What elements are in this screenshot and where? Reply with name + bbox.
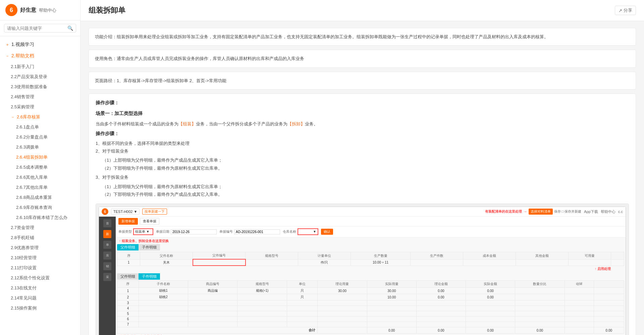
table-row: 2 胡桃2 只 10.00 0.00 [117,294,624,300]
mock-type-input[interactable]: 组装单 ▼ [133,228,153,235]
mock-date-input[interactable] [171,229,217,234]
mock-icon-new[interactable]: 新 [103,230,111,238]
mock-neworder[interactable]: 按单新建一下 [142,209,167,215]
app-logo: 6 [5,4,17,16]
mock-order-input[interactable] [234,229,280,234]
mock-app: 6 TEST-H002 ▼ 按单新建一下 有装配清单的在这里处理 → 选择对料清… [99,207,626,335]
table-row: 6 [117,317,624,322]
search-icon[interactable]: 🔍 [67,25,73,31]
role-block: 使用角色：通常由生产人员或库管人员完成拆装业务的操作，库管人员确认原材料的出库和… [89,50,636,67]
sidebar-item-262[interactable]: 2.6.2分量盘点单 [13,132,80,142]
nav-list: ＋ 1.视频学习 － 2.帮助文档 2.1新手入门 2.2产品安装及登录 2.3… [0,36,80,335]
mock-appstore: App下载 [584,209,598,214]
sidebar-item-215[interactable]: 2.15操作案例 [8,303,80,313]
mock-field-order: 单据编号 [219,229,280,234]
mock-icon-stock[interactable]: 库 [103,252,111,260]
app-title: 好生意 [20,7,36,13]
table-row: 4 [117,306,624,311]
ops-title: 操作步骤： [96,100,629,106]
search-input[interactable] [7,26,67,31]
sidebar-item-27[interactable]: 2.7资金管理 [8,223,80,233]
screenshot-container: 6 TEST-H002 ▼ 按单新建一下 有装配清单的在这里处理 → 选择对料清… [96,204,629,335]
sidebar-item-video[interactable]: ＋ 1.视频学习 [0,39,80,50]
sidebar-item-24[interactable]: 2.4销售管理 [8,92,80,102]
sidebar-item-268[interactable]: 2.6.8商品成本重算 [13,192,80,203]
mock-logo: 6 [102,208,108,215]
mock-section2-lower: 子件明细 [139,273,160,280]
path-block: 页面路径：1、库存核算->库存管理->组装拆卸单 2、首页->常用功能 [89,72,636,90]
intro-text: 功能介绍：组装拆卸单用来处理企业组装或拆卸等加工业务，支持有固定装配清单的产品加… [95,34,548,39]
sidebar-item-263[interactable]: 2.6.3调拨单 [13,142,80,152]
step2-sub1: （1）上部明细为父件明细，最终作为产成品生成其它入库单； [102,156,629,164]
mock-sidebar: 首 新 单 库 销 采 [99,217,116,335]
mock-confirm-btn[interactable]: 确认 [321,229,333,235]
mock-help: 帮助中心 [601,209,615,214]
sidebar-item-28[interactable]: 2.8手机旺铺 [8,233,80,243]
table-row: 3 [117,300,624,306]
annotation2-label: ↑ 组装业务、拆卸业务在这里切换 [119,239,169,243]
role-text: 使用角色：通常由生产人员或库管人员完成拆装业务的操作，库管人员确认原材料的出库和… [95,56,304,61]
mock-icon-sales[interactable]: 销 [103,262,111,270]
intro-block: 功能介绍：组装拆卸单用来处理企业组装或拆卸等加工业务，支持有固定装配清单的产品加… [89,28,636,46]
step3: 3、对于拆装业务 [96,173,629,181]
mock-icon-home[interactable]: 首 [103,219,111,227]
step1: 1、根据不同的业务，选择不同单据的类型来处理 [96,139,629,147]
sidebar-item-213[interactable]: 2.13在线支付 [8,283,80,293]
table-row: 7 [117,322,624,327]
scene1-desc: 当由多个子件材料组装成一个成品的业务为【组装】业务，当由一个父件拆分成多个子产品… [96,120,629,128]
page-title: 组装拆卸单 [89,5,125,15]
sidebar-item-22[interactable]: 2.2产品安装及登录 [8,72,80,82]
sidebar-item-211[interactable]: 2.11打印设置 [8,263,80,273]
sidebar-item-docs[interactable]: － 2.帮助文档 2.1新手入门 2.2产品安装及登录 2.3使用前数据准备 2… [0,50,80,313]
content-area: 功能介绍：组装拆卸单用来处理企业组装或拆卸等加工业务，支持有固定装配清单的产品加… [80,21,644,335]
sidebar-item-2610[interactable]: 2.6.10库存账本错了怎么办 [13,213,80,223]
main-header: 组装拆卸单 ↗ 分享 [80,0,644,21]
mock-topbar: 6 TEST-H002 ▼ 按单新建一下 有装配清单的在这里处理 → 选择对料清… [99,207,626,217]
sidebar-item-210[interactable]: 2.10经营管理 [8,253,80,263]
mock-icon-purchase[interactable]: 采 [103,273,111,281]
table-row: 1 关木 件/只 10.00 ÷ 11 [117,259,624,266]
mock-tab-new[interactable]: 新增单据 [118,218,138,225]
mock-icon-order[interactable]: 单 [103,241,111,249]
sidebar-item-265[interactable]: 2.6.5成本调整单 [13,162,80,172]
sidebar-item-29[interactable]: 2.9优惠券管理 [8,243,80,253]
annotation3-label: ↑ 启用处理 [117,267,611,271]
sidebar-item-261[interactable]: 2.6.1盘点单 [13,122,80,132]
sidebar-item-25[interactable]: 2.5采购管理 [8,102,80,112]
mock-field-warehouse: 仓库名称 ▼ [283,228,318,235]
sidebar-item-26[interactable]: － 2.6库存核算 [8,112,80,122]
mock-form-row: 单据类型 组装单 ▼ 单据日期 单据编号 [116,226,626,237]
table-row: 5 [117,311,624,317]
table-row: 1 胡桃1 商品编 规格(÷1) 只 30.00 30.00 0 [117,288,624,294]
sidebar-item-264[interactable]: 2.6.4组装拆卸单 [13,152,80,162]
app-subtitle: 帮助中心 [39,8,56,13]
sidebar-item-23[interactable]: 2.3使用前数据准备 [8,82,80,92]
step3-sub1: （1）上部明细为父件明细，最终作为原材料生成其它出库单； [102,183,629,190]
sidebar-item-214[interactable]: 2.14常见问题 [8,293,80,303]
table-footer: 合计 0.00 0.00 0.00 0.00 0.00 [117,327,624,334]
scene1-title: 场景一：加工类型选择 [96,111,629,117]
search-area: 🔍 [0,20,80,36]
mock-warehouse-input[interactable]: ▼ [298,228,318,235]
mock-tab-view[interactable]: 查看单据 [140,218,159,225]
annotation1-label: 有装配清单的在这里处理 [485,209,522,214]
logo-area: 6 好生意 帮助中心 [0,0,80,20]
share-button[interactable]: ↗ 分享 [615,6,636,15]
mock-select-btn[interactable]: 选择对料清单 [529,209,553,215]
search-box[interactable]: 🔍 [4,24,76,33]
mock-upper-table: 序 父件名称 父件编号 规格型号 计量单位 生产数量 生产件数 [117,252,624,266]
sidebar-item-266[interactable]: 2.6.6其他入库单 [13,172,80,182]
sidebar-item-269[interactable]: 2.6.9库存账本查询 [13,203,80,213]
sidebar-item-21[interactable]: 2.1新手入门 [8,62,80,72]
sidebar-item-267[interactable]: 2.6.7其他出库单 [13,182,80,192]
share-icon: ↗ [619,8,622,13]
step2: 2、对于组装业务 [96,147,629,155]
mock-field-type: 单据类型 组装单 ▼ [118,228,153,235]
sidebar-item-212[interactable]: 2.12系统个性化设置 [8,273,80,283]
step2-sub2: （2）下部明细为子件明细，最终作为原材料生成其它出库单。 [102,164,629,172]
step-ops-title: 操作步骤： [96,131,629,137]
main-area: 组装拆卸单 ↗ 分享 功能介绍：组装拆卸单用来处理企业组装或拆卸等加工业务，支持… [80,0,644,335]
steps-container: 操作步骤： 场景一：加工类型选择 当由多个子件材料组装成一个成品的业务为【组装】… [89,94,636,335]
mock-lower-table: 序 子件名称 商品编号 规格型号 单位 理论用量 实际用量 理论 [117,280,624,334]
mock-main-content: 新增单据 查看单据 单据类型 组装单 ▼ [116,217,626,335]
